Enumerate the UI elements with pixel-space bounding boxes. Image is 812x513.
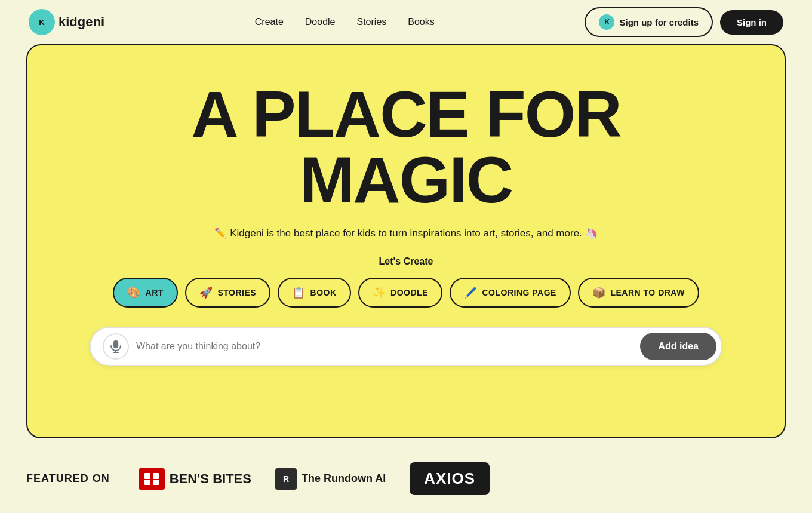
search-bar: Add idea [90,327,722,366]
bens-bites-logo: BEN'S BITES [139,468,251,490]
rundown-icon: R [275,468,297,490]
mic-icon [110,340,121,353]
nav-link-books[interactable]: Books [408,17,434,27]
svg-rect-3 [144,473,150,479]
axios-text: AXIOS [424,469,475,488]
svg-rect-0 [113,340,118,348]
lets-create-label: Let's Create [379,256,433,267]
tab-art[interactable]: 🎨 ART [113,278,178,308]
signup-credits-label: Sign up for credits [619,17,699,27]
rundown-text: The Rundown AI [302,472,386,485]
logo-icon: K [29,9,55,35]
svg-rect-4 [153,473,159,479]
tab-learn[interactable]: 📦 LEARN TO DRAW [578,278,699,308]
nav-link-doodle[interactable]: Doodle [305,17,336,27]
logo-text: kidgeni [59,14,104,30]
featured-section: FEATURED ON BEN'S BITES R The Rundown AI [0,438,812,507]
nav-link-stories[interactable]: Stories [356,17,386,27]
nav-link-create[interactable]: Create [255,17,284,27]
logo[interactable]: K kidgeni [29,9,104,35]
hero-card: A PLACE FOR MAGIC ✏️ Kidgeni is the best… [26,44,786,438]
hero-title: A PLACE FOR MAGIC [191,81,620,213]
svg-rect-6 [153,480,159,485]
bens-bites-icon [139,468,165,490]
learn-icon: 📦 [592,286,606,299]
search-input[interactable] [136,341,640,352]
tab-book[interactable]: 📋 BOOK [278,278,351,308]
featured-label: FEATURED ON [26,472,110,485]
axios-card: AXIOS [410,462,490,495]
svg-rect-5 [144,480,150,485]
tab-doodle[interactable]: ✨ DOODLE [358,278,442,308]
coloring-icon: 🖊️ [464,286,478,299]
signin-button[interactable]: Sign in [720,10,783,35]
rundown-logo: R The Rundown AI [275,468,386,490]
add-idea-button[interactable]: Add idea [640,333,716,360]
doodle-icon: ✨ [373,286,386,299]
stories-icon: 🚀 [199,286,213,299]
book-icon: 📋 [292,286,306,299]
tab-coloring[interactable]: 🖊️ COLORING PAGE [450,278,571,308]
nav-actions: K Sign up for credits Sign in [585,7,783,37]
signup-credits-button[interactable]: K Sign up for credits [585,7,713,37]
featured-logos: BEN'S BITES R The Rundown AI AXIOS [139,462,490,495]
bens-bites-text: BEN'S BITES [170,471,251,487]
tab-stories[interactable]: 🚀 STORIES [185,278,270,308]
credits-icon: K [599,14,614,30]
art-icon: 🎨 [127,286,141,299]
navbar: K kidgeni Create Doodle Stories Books K … [0,0,812,44]
nav-links: Create Doodle Stories Books [255,17,435,27]
axios-logo: AXIOS [410,462,490,495]
tabs-row: 🎨 ART 🚀 STORIES 📋 BOOK ✨ DOODLE 🖊️ COLOR… [113,278,699,308]
mic-button[interactable] [103,333,129,360]
hero-subtitle: ✏️ Kidgeni is the best place for kids to… [214,227,597,239]
